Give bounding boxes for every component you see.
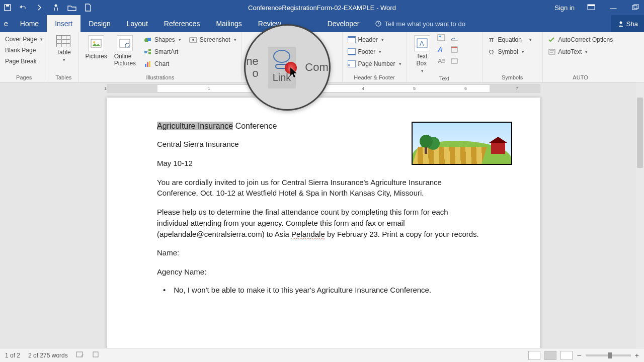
status-bar: 1 of 2 2 of 275 words − + — [0, 348, 644, 362]
tell-me-search[interactable]: Tell me what you want to do — [375, 15, 465, 32]
footer-button[interactable]: Footer▾ — [347, 46, 403, 57]
farm-image[interactable] — [412, 122, 512, 165]
ribbon-tabs: e Home Insert Design Layout References M… — [0, 15, 644, 32]
undo-icon[interactable] — [19, 3, 28, 12]
ribbon-display-icon[interactable] — [586, 4, 597, 12]
svg-point-8 — [619, 22, 622, 24]
doc-para-instructions[interactable]: Please help us to determine the final at… — [157, 207, 479, 239]
svg-text:A: A — [438, 57, 442, 64]
smartart-button[interactable]: SmartArt — [143, 46, 182, 57]
tab-home[interactable]: Home — [12, 15, 47, 32]
zoom-out-button[interactable]: − — [577, 351, 581, 360]
doc-para-invite[interactable]: You are cordially invited to join us for… — [157, 177, 484, 199]
svg-point-2 — [55, 5, 57, 7]
quick-access-toolbar — [3, 3, 93, 12]
print-layout-button[interactable] — [544, 351, 556, 360]
object-icon[interactable] — [450, 57, 458, 66]
signature-line-icon[interactable] — [450, 34, 458, 43]
tab-developer[interactable]: Developer — [319, 15, 368, 32]
zoom-in-button[interactable]: + — [635, 351, 639, 359]
doc-bullet-no[interactable]: •No, I won't be able to make it to this … — [157, 286, 490, 294]
restore-button[interactable] — [630, 4, 641, 12]
web-layout-button[interactable] — [560, 351, 573, 360]
svg-rect-6 — [634, 5, 638, 9]
page-number-button[interactable]: #Page Number▾ — [347, 58, 403, 69]
autotext-button[interactable]: AutoText▾ — [547, 46, 614, 57]
group-symbols-label: Symbols — [487, 73, 538, 82]
sign-in-link[interactable]: Sign in — [554, 4, 575, 12]
magnifier-overlay: ne o Link Com — [244, 24, 331, 111]
new-doc-icon[interactable] — [84, 3, 93, 12]
tab-mailings[interactable]: Mailings — [208, 15, 250, 32]
header-button[interactable]: Header▾ — [347, 34, 403, 45]
tab-design[interactable]: Design — [80, 15, 119, 32]
wordart-icon[interactable]: A — [437, 46, 445, 54]
open-icon[interactable] — [67, 3, 76, 12]
header-icon — [348, 36, 356, 44]
loupe-left-text: ne o — [246, 55, 258, 79]
pictures-icon — [88, 35, 104, 51]
word-count[interactable]: 2 of 275 words — [28, 352, 68, 359]
svg-rect-1 — [6, 5, 9, 7]
page-count[interactable]: 1 of 2 — [5, 352, 20, 359]
vertical-scrollbar[interactable] — [636, 82, 644, 348]
tab-references[interactable]: References — [156, 15, 208, 32]
document-page[interactable]: Agriculture Insurance Conference Central… — [107, 98, 540, 348]
group-text-label: Text — [411, 74, 478, 83]
save-icon[interactable] — [3, 3, 12, 12]
read-mode-button[interactable] — [528, 351, 540, 360]
svg-rect-15 — [144, 51, 147, 53]
svg-rect-16 — [148, 49, 151, 51]
doc-para-name[interactable]: Name: — [157, 247, 490, 258]
cover-page-button[interactable]: Cover Page▾ — [4, 34, 44, 44]
blank-page-button[interactable]: Blank Page — [4, 45, 44, 55]
svg-text:A: A — [420, 40, 424, 47]
online-pictures-button[interactable]: Online Pictures — [112, 34, 138, 68]
spelling-icon[interactable] — [76, 351, 84, 359]
date-time-icon[interactable] — [450, 46, 458, 54]
svg-point-22 — [192, 39, 194, 41]
macro-icon[interactable] — [92, 351, 99, 359]
svg-rect-18 — [145, 64, 146, 67]
doc-para-agency[interactable]: Agency Name: — [157, 266, 490, 278]
group-auto-label: AUTO — [547, 73, 614, 82]
page-number-icon: # — [348, 60, 356, 68]
chart-button[interactable]: Chart — [143, 58, 182, 69]
tab-layout[interactable]: Layout — [119, 15, 156, 32]
text-box-button[interactable]: AText Box▾ — [411, 34, 433, 74]
touch-mode-icon[interactable] — [51, 3, 60, 12]
tab-file[interactable]: e — [0, 15, 12, 32]
quick-parts-icon[interactable] — [437, 34, 445, 43]
shapes-button[interactable]: Shapes▾ — [143, 34, 182, 45]
pictures-button[interactable]: Pictures — [83, 34, 109, 61]
autocorrect-options-button[interactable]: AutoCorrect Options — [547, 34, 614, 45]
equation-button[interactable]: πEquation▾ — [487, 34, 533, 45]
svg-rect-4 — [588, 5, 595, 6]
loupe-right-text: Com — [305, 61, 328, 74]
symbol-button[interactable]: ΩSymbol▾ — [487, 46, 533, 57]
autocorrect-icon — [548, 36, 556, 44]
smartart-icon — [144, 48, 152, 56]
svg-rect-25 — [438, 35, 445, 41]
share-button[interactable]: Sha — [611, 15, 644, 32]
title-bar: ConferenceRegistrationForm-02-EXAMPLE - … — [0, 0, 644, 15]
tab-insert[interactable]: Insert — [47, 15, 80, 32]
table-button[interactable]: Table▾ — [52, 34, 74, 63]
symbol-icon: Ω — [488, 48, 496, 56]
window-title: ConferenceRegistrationForm-02-EXAMPLE - … — [248, 4, 396, 12]
text-box-icon: A — [414, 35, 430, 51]
svg-rect-14 — [147, 38, 151, 41]
zoom-slider[interactable] — [586, 354, 631, 356]
drop-cap-icon[interactable]: A — [437, 57, 445, 66]
scrollbar-thumb[interactable] — [637, 98, 643, 168]
screenshot-button[interactable]: Screenshot▾ — [188, 34, 237, 45]
redo-icon[interactable] — [35, 3, 44, 12]
svg-rect-19 — [147, 62, 148, 67]
shapes-icon — [144, 36, 152, 44]
svg-rect-34 — [93, 352, 98, 357]
minimize-button[interactable]: — — [608, 4, 619, 12]
svg-rect-31 — [451, 59, 457, 63]
group-header-footer-label: Header & Footer — [347, 73, 403, 82]
page-break-button[interactable]: Page Break — [4, 56, 44, 66]
document-area: 1 1 2 3 4 5 6 7 Agriculture Insurance Co… — [0, 82, 644, 348]
